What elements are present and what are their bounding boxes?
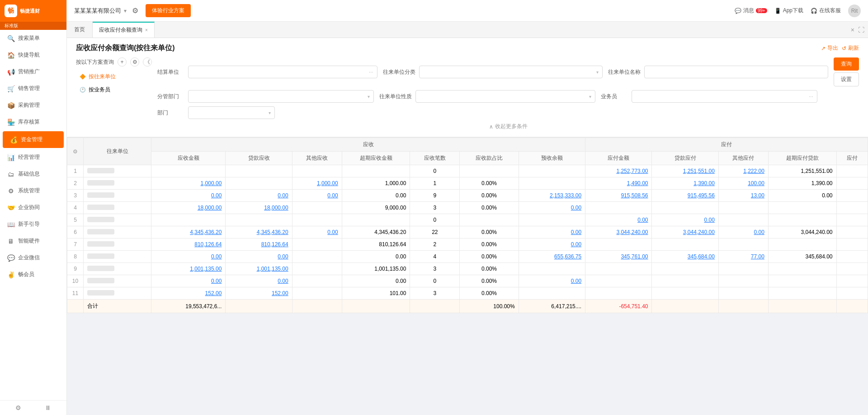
online-service-button[interactable]: 🎧 在线客服 bbox=[811, 7, 841, 14]
table-row: 10■■■■■0.000.000.0000.00%0.00 bbox=[67, 275, 868, 287]
sidebar-item-system[interactable]: ⚙ 系统管理 bbox=[0, 182, 66, 199]
total-row: 合计 19,553,472,6... 100.00% 6,417,215....… bbox=[67, 300, 868, 313]
total-rec-ratio: 100.00% bbox=[460, 300, 519, 313]
member-icon: ✌ bbox=[7, 271, 14, 278]
tab-receivable-payable[interactable]: 应收应付余额查询 × bbox=[93, 22, 155, 38]
sidebar-item-base[interactable]: 🗂 基础信息 bbox=[0, 166, 66, 182]
tab-home[interactable]: 首页 bbox=[67, 22, 93, 38]
hardware-icon: 🖥 bbox=[7, 238, 14, 245]
rec-other-header: 其他应收 bbox=[292, 152, 342, 165]
sidebar-item-nav[interactable]: 🏠 快捷导航 bbox=[0, 47, 66, 63]
tab-close-icon[interactable]: × bbox=[145, 28, 148, 33]
table-row: 3■■■■■0.000.000.000.0090.00%2,153,333.00… bbox=[67, 190, 868, 202]
base-icon: 🗂 bbox=[7, 171, 14, 178]
rec-prepay-header: 预收余额 bbox=[519, 152, 585, 165]
filter-top: 按以下方案查询 + ⚙ 《 bbox=[76, 57, 152, 67]
chevron-up-icon: ∧ bbox=[489, 124, 493, 130]
partner-col-header: 往来单位 bbox=[84, 138, 151, 165]
table-settings-icon[interactable]: ⚙ bbox=[73, 148, 78, 155]
topbar-gear-icon[interactable]: ⚙ bbox=[132, 6, 138, 15]
filter-field-settlement: 结算单位 ··· bbox=[157, 66, 377, 78]
payable-group-header: 应付 bbox=[585, 138, 868, 152]
collapse-more-button[interactable]: ∧ 收起更多条件 bbox=[157, 121, 859, 132]
refresh-button[interactable]: ↺ 刷新 bbox=[842, 44, 859, 52]
salesperson-input[interactable]: ··· bbox=[632, 90, 817, 103]
sidebar-item-corp[interactable]: 🤝 企业协同 bbox=[0, 199, 66, 216]
total-label: 合计 bbox=[84, 300, 151, 313]
fullscreen-icon[interactable]: ⛶ bbox=[858, 26, 864, 33]
table-row: 8P0.000.000.0040.00%655,636.75345,761.00… bbox=[67, 251, 868, 263]
topbar: 某某某某有限公司 ▾ ⚙ 体验行业方案 💬 消息 99+ 📱 App下载 🎧 在… bbox=[67, 0, 868, 22]
total-rec-prepay: 6,417,215.... bbox=[519, 300, 585, 313]
filter-field-salesperson: 业务员 ··· bbox=[601, 90, 817, 103]
sidebar-item-guide[interactable]: 📖 新手引导 bbox=[0, 216, 66, 233]
action-buttons: 查询 设置 bbox=[834, 57, 859, 86]
rec-amount-header: 应收金额 bbox=[151, 152, 226, 165]
setting-button[interactable]: 设置 bbox=[834, 72, 859, 86]
settlement-unit-input[interactable]: ··· bbox=[188, 66, 377, 78]
business-icon: 📊 bbox=[7, 154, 14, 161]
partner-nature-select[interactable]: ▾ bbox=[415, 90, 596, 103]
content-inner: 应收应付余额查询(按往来单位) ↗ 导出 ↺ 刷新 bbox=[67, 38, 868, 313]
sidebar-item-marketing[interactable]: 📢 营销推广 bbox=[0, 63, 66, 80]
inventory-icon: 🏪 bbox=[7, 119, 14, 126]
sidebar-item-hardware[interactable]: 🖥 智能硬件 bbox=[0, 233, 66, 249]
receivable-group-header: 应收 bbox=[151, 138, 585, 152]
sidebar-item-capital[interactable]: 💰 资金管理 bbox=[3, 131, 64, 148]
filter-collapse-button[interactable]: 《 bbox=[143, 57, 152, 67]
sidebar-collapse-icon[interactable]: ⏸ bbox=[45, 404, 51, 411]
partner-name-input[interactable] bbox=[644, 66, 828, 78]
filter-area: 按以下方案查询 + ⚙ 《 🔶 按往来单位 🕐 bbox=[67, 53, 868, 137]
guide-icon: 📖 bbox=[7, 221, 14, 228]
sidebar-item-inventory[interactable]: 🏪 库存核算 bbox=[0, 114, 66, 130]
filter-nav-partner[interactable]: 🔶 按往来单位 bbox=[76, 71, 152, 82]
division-select[interactable]: ▾ bbox=[188, 106, 275, 119]
sidebar-settings-icon[interactable]: ⚙ bbox=[15, 404, 21, 411]
filter-field-division: 部门 ▾ bbox=[157, 106, 275, 119]
sidebar-item-business[interactable]: 📊 经营管理 bbox=[0, 149, 66, 166]
filter-settings-button[interactable]: ⚙ bbox=[130, 57, 139, 67]
rec-count-header: 应收笔数 bbox=[410, 152, 460, 165]
partner-icon: 🔶 bbox=[80, 74, 86, 80]
sidebar-item-member[interactable]: ✌ 畅会员 bbox=[0, 266, 66, 283]
app-download-button[interactable]: 📱 App下载 bbox=[774, 7, 803, 14]
partner-category-select[interactable]: ▾ bbox=[419, 66, 603, 78]
table-row: 5■■■■■00.000.00 bbox=[67, 214, 868, 226]
solution-button[interactable]: 体验行业方案 bbox=[146, 4, 191, 17]
sidebar-item-wechat[interactable]: 💬 企业微信 bbox=[0, 249, 66, 266]
search-icon: 🔍 bbox=[7, 35, 14, 42]
sidebar-item-sales[interactable]: 🛒 销售管理 bbox=[0, 80, 66, 97]
salesperson-icon: 🕐 bbox=[80, 87, 86, 93]
filter-nav-salesperson[interactable]: 🕐 按业务员 bbox=[76, 84, 152, 95]
total-rec-amount: 19,553,472,6... bbox=[151, 300, 226, 313]
page-header: 应收应付余额查询(按往来单位) ↗ 导出 ↺ 刷新 bbox=[67, 38, 868, 53]
pay-loan-header: 贷款应付 bbox=[652, 152, 718, 165]
rec-ratio-header: 应收款占比 bbox=[460, 152, 519, 165]
main-area: 某某某某有限公司 ▾ ⚙ 体验行业方案 💬 消息 99+ 📱 App下载 🎧 在… bbox=[67, 0, 868, 415]
filter-field-dept: 分管部门 ▾ bbox=[157, 90, 374, 103]
window-close-icon[interactable]: × bbox=[851, 26, 854, 33]
dept-select[interactable]: ▾ bbox=[188, 90, 374, 103]
content-area: 应收应付余额查询(按往来单位) ↗ 导出 ↺ 刷新 bbox=[67, 38, 868, 415]
app-edition: 标准版 bbox=[0, 22, 66, 30]
pay-extra-header: 应付 bbox=[836, 152, 868, 165]
message-icon: 💬 bbox=[735, 8, 741, 14]
pay-amount-header: 应付金额 bbox=[585, 152, 652, 165]
corp-icon: 🤝 bbox=[7, 204, 14, 211]
company-dropdown[interactable]: ▾ bbox=[124, 8, 127, 14]
filter-field-partner-nature: 往来单位性质 ▾ bbox=[379, 90, 596, 103]
message-button[interactable]: 💬 消息 99+ bbox=[735, 7, 767, 14]
chevron-down-icon: ▾ bbox=[596, 70, 599, 75]
chevron-down-icon3: ▾ bbox=[589, 94, 591, 99]
user-avatar[interactable]: Rit bbox=[848, 5, 861, 17]
export-icon: ↗ bbox=[821, 45, 826, 52]
sidebar-item-purchase[interactable]: 📦 采购管理 bbox=[0, 97, 66, 114]
query-button[interactable]: 查询 bbox=[834, 57, 859, 71]
app-icon: 📱 bbox=[774, 8, 781, 14]
filter-add-button[interactable]: + bbox=[118, 57, 127, 67]
export-button[interactable]: ↗ 导出 bbox=[821, 44, 838, 52]
topbar-right: 💬 消息 99+ 📱 App下载 🎧 在线客服 Rit bbox=[735, 5, 861, 17]
chevron-down-icon2: ▾ bbox=[368, 94, 370, 99]
sidebar-item-search[interactable]: 🔍 搜索菜单 bbox=[0, 30, 66, 47]
refresh-icon: ↺ bbox=[842, 45, 846, 52]
